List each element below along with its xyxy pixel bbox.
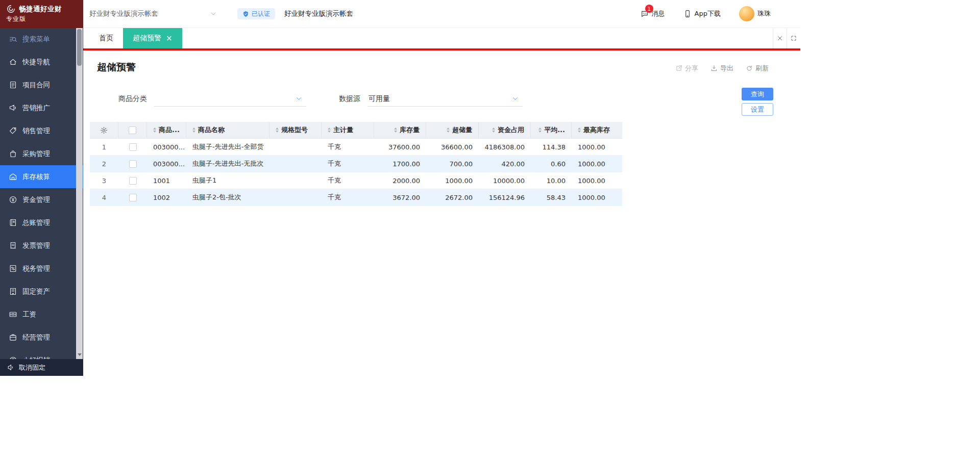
sidebar-item-label: 总账管理 [22, 218, 50, 227]
home-icon [9, 58, 17, 66]
sidebar-item-label: 固定资产 [22, 287, 50, 296]
row-index: 3 [90, 172, 118, 189]
column-header-4[interactable]: 库存量 [374, 122, 426, 138]
column-settings-button[interactable] [90, 122, 118, 138]
datasource-filter: 数据源 可用量 [339, 91, 523, 107]
table-cell [270, 139, 322, 155]
query-button[interactable]: 查询 [742, 88, 773, 100]
tab-controls [773, 28, 800, 48]
sidebar-item-6[interactable]: 资金管理 [0, 188, 83, 211]
row-checkbox[interactable] [129, 143, 137, 151]
datasource-select[interactable]: 可用量 [368, 91, 523, 107]
table-cell: 3672.00 [374, 189, 426, 206]
sidebar-item-2[interactable]: 营销推广 [0, 96, 83, 119]
promotion-icon [9, 104, 17, 112]
column-header-8[interactable]: 最高库存 [572, 122, 622, 138]
table-cell: 1000.00 [572, 189, 622, 206]
export-button[interactable]: 导出 [710, 64, 733, 73]
table-cell: 1000.00 [572, 172, 622, 189]
tabs: 首页超储预警× [89, 28, 182, 48]
fullscreen-button[interactable] [787, 28, 800, 48]
row-checkbox[interactable] [129, 177, 137, 185]
column-header-label: 主计量 [333, 125, 353, 135]
column-header-6[interactable]: 资金占用 [479, 122, 531, 138]
sidebar-item-5[interactable]: 库存核算 [0, 165, 83, 188]
close-icon [777, 35, 783, 41]
column-header-5[interactable]: 超储量 [426, 122, 479, 138]
table-cell: 1002 [147, 189, 186, 206]
messages-button[interactable]: 消息 1 [641, 9, 665, 18]
row-select-cell [118, 156, 147, 172]
sidebar-scrollbar[interactable] [76, 28, 83, 359]
sort-icon [153, 127, 156, 133]
table-row[interactable]: 1003000...虫腿子-先进先出-全部货千克37600.0036600.00… [90, 139, 622, 156]
table-cell: 1000.00 [426, 172, 479, 189]
sidebar-item-9[interactable]: 税务管理 [0, 257, 83, 280]
column-header-0[interactable]: 商品... [147, 122, 186, 138]
tab-0[interactable]: 首页 [89, 28, 123, 48]
share-button[interactable]: 分享 [675, 64, 698, 73]
sidebar-item-label: 项目合同 [22, 81, 50, 90]
sidebar-item-3[interactable]: 销售管理 [0, 119, 83, 142]
row-checkbox[interactable] [129, 194, 137, 201]
table-cell [270, 156, 322, 172]
user-menu[interactable]: 珠珠 [739, 6, 771, 21]
filters: 商品分类 数据源 可用量 [118, 91, 523, 107]
scrollbar-down-arrow[interactable] [76, 351, 83, 358]
topbar-right: 消息 1 App下载 珠珠 [641, 6, 771, 21]
column-header-label: 库存量 [400, 125, 420, 135]
column-header-label: 商品名称 [198, 125, 225, 135]
table-cell: 1000.00 [572, 156, 622, 172]
column-header-3[interactable]: 主计量 [322, 122, 374, 138]
sidebar-item-0[interactable]: 快捷导航 [0, 50, 83, 73]
tab-1[interactable]: 超储预警× [123, 28, 182, 48]
select-all-checkbox[interactable] [129, 126, 136, 134]
table-cell [270, 189, 322, 206]
sidebar-menu: 快捷导航项目合同营销推广销售管理采购管理库存核算资金管理总账管理发票管理税务管理… [0, 50, 83, 359]
sidebar-item-4[interactable]: 采购管理 [0, 142, 83, 165]
unpin-label: 取消固定 [19, 363, 45, 372]
sidebar-item-12[interactable]: 经营管理 [0, 326, 83, 349]
table-row[interactable]: 31001虫腿子1千克2000.001000.0010000.0010.0010… [90, 172, 622, 189]
sidebar-item-13[interactable]: 小好报销 [0, 349, 83, 359]
scrollbar-thumb[interactable] [77, 29, 82, 66]
unpin-button[interactable]: 取消固定 [0, 359, 83, 376]
sidebar-item-7[interactable]: 总账管理 [0, 211, 83, 234]
brand-logo-icon [6, 4, 16, 14]
sidebar-item-10[interactable]: 固定资产 [0, 280, 83, 303]
invoice-icon [9, 241, 17, 250]
row-select-cell [118, 139, 147, 155]
table-row[interactable]: 41002虫腿子2-包-批次千克3672.002672.00156124.965… [90, 189, 622, 206]
sidebar-item-label: 快捷导航 [22, 58, 50, 67]
table-cell: 420.00 [479, 156, 531, 172]
sidebar-item-label: 工资 [22, 310, 36, 319]
column-header-2[interactable]: 规格型号 [270, 122, 322, 138]
datasource-filter-label: 数据源 [339, 94, 360, 104]
category-select[interactable] [154, 91, 306, 107]
sidebar-item-8[interactable]: 发票管理 [0, 234, 83, 257]
expand-icon [791, 35, 797, 41]
sidebar: 搜索菜单 快捷导航项目合同营销推广销售管理采购管理库存核算资金管理总账管理发票管… [0, 28, 83, 359]
column-header-7[interactable]: 平均... [531, 122, 572, 138]
tab-close-icon[interactable]: × [166, 35, 173, 42]
sidebar-item-1[interactable]: 项目合同 [0, 73, 83, 96]
account-title: 好业财专业版演示帐套 [284, 9, 353, 18]
sort-icon [492, 127, 495, 133]
table-cell: 156124.96 [479, 189, 531, 206]
column-header-1[interactable]: 商品名称 [186, 122, 270, 138]
app-download-button[interactable]: App下载 [683, 9, 721, 18]
row-index: 4 [90, 189, 118, 206]
settings-button[interactable]: 设置 [742, 103, 773, 116]
refresh-button[interactable]: 刷新 [746, 64, 769, 73]
close-tabs-button[interactable] [773, 28, 787, 48]
row-checkbox[interactable] [129, 160, 137, 168]
verified-badge: 已认证 [237, 8, 275, 19]
action-label: 导出 [720, 64, 733, 73]
table-row[interactable]: 2003000...虫腿子-先进先出-无批次千克1700.00700.00420… [90, 156, 622, 172]
sort-icon [447, 127, 450, 133]
sidebar-search-menu[interactable]: 搜索菜单 [0, 28, 83, 50]
workspace-selector[interactable]: 好业财专业版演示帐套 [89, 9, 217, 18]
chevron-down-icon [512, 95, 519, 102]
sidebar-item-11[interactable]: 工资 [0, 303, 83, 326]
assets-icon [9, 287, 17, 296]
